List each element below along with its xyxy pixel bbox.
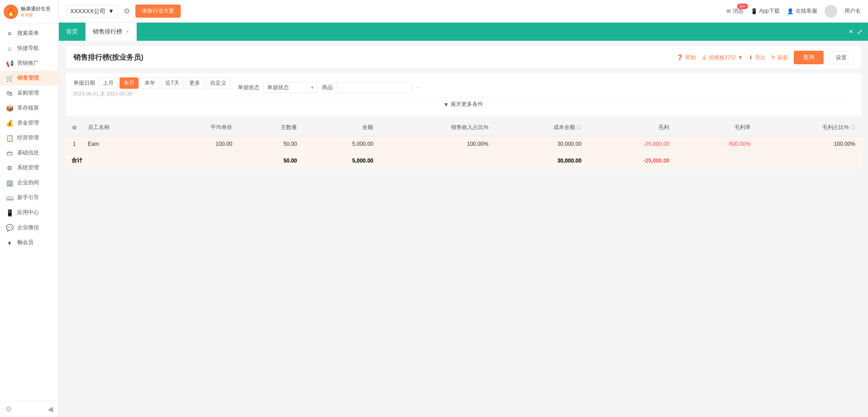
status-select[interactable]: 单据状态 [263, 82, 317, 93]
message-button[interactable]: ✉ 消息 99+ [726, 7, 743, 15]
tab-actions: × ⤢ [849, 28, 868, 36]
goods-filter-label: 商品 [322, 84, 333, 91]
date-btn-more[interactable]: 更多 [185, 77, 204, 89]
col-gross-header: 毛利 [587, 119, 675, 136]
sidebar-item-label: 畅会员 [17, 239, 34, 246]
tab-close-window-icon[interactable]: × [849, 28, 853, 36]
header-settings-icon[interactable]: ⚙ [124, 7, 130, 15]
wechat-icon: 💬 [5, 224, 14, 231]
download-icon: 📱 [751, 8, 758, 14]
operations-icon: 📋 [5, 134, 14, 142]
sidebar-item-guide[interactable]: 📖 新手引导 [0, 190, 58, 205]
tab-bar: 首页 销售排行榜 × × ⤢ [59, 23, 868, 41]
footer-gross-pct [756, 152, 861, 169]
date-btn-custom[interactable]: 自定义 [206, 77, 230, 89]
cost-cell: 30,000.00 [494, 136, 587, 152]
sidebar-item-system[interactable]: ⚙ 系统管理 [0, 160, 58, 175]
sidebar-item-marketing[interactable]: 📢 营销推广 [0, 56, 58, 71]
online-service-button[interactable]: 👤 在线客服 [787, 7, 817, 15]
col-settings[interactable]: ⚙ [66, 119, 82, 136]
sidebar-item-finance[interactable]: 💰 资金管理 [0, 115, 58, 130]
tab-maximize-icon[interactable]: ⤢ [857, 28, 863, 36]
tab-label: 销售排行榜 [93, 28, 122, 36]
table-header-row: ⚙ 员工名称 平均单价 主数量 全额 销售收入占比% 成本全额 ⓘ 毛利 毛利率… [66, 119, 861, 136]
date-btn-this-year[interactable]: 本年 [140, 77, 159, 89]
sidebar-item-label: 经营管理 [17, 134, 39, 142]
sidebar-item-label: 新手引导 [17, 194, 39, 201]
gross-pct-info-icon[interactable]: ⓘ [850, 125, 855, 130]
sidebar-bottom: ⚙ ◀ [0, 401, 58, 417]
home-icon: ⌂ [5, 45, 14, 52]
tab-home[interactable]: 首页 [59, 23, 86, 41]
message-badge: 99+ [737, 4, 748, 9]
export-button[interactable]: ⬇ 导出 [748, 54, 766, 62]
footer-gross: -25,000.00 [587, 152, 675, 169]
sidebar-item-operations[interactable]: 📋 经营管理 [0, 130, 58, 145]
system-icon: ⚙ [5, 164, 14, 172]
top-header: XXXXXX公司 ▼ ⚙ 体验行业方案 ✉ 消息 99+ 📱 App下载 👤 在… [59, 0, 868, 23]
app-download-button[interactable]: 📱 App下载 [751, 7, 780, 15]
sidebar-item-wechat[interactable]: 💬 企业微信 [0, 220, 58, 235]
apps-icon: 📱 [5, 209, 14, 216]
rank-cell: 1 [66, 136, 82, 152]
col-avg-price-header: 平均单价 [160, 119, 238, 136]
expand-conditions-button[interactable]: ▼ 展开更多条件 [444, 101, 484, 108]
enterprise-icon: 🏢 [5, 179, 14, 187]
date-btn-last-month[interactable]: 上月 [99, 77, 118, 89]
marketing-icon: 📢 [5, 60, 14, 67]
tab-sales-ranking[interactable]: 销售排行榜 × [86, 23, 137, 41]
sidebar-item-basic[interactable]: 🗃 基础信息 [0, 145, 58, 160]
sidebar-settings-icon[interactable]: ⚙ [5, 405, 12, 413]
online-service-label: 在线客服 [796, 7, 817, 15]
tab-close-icon[interactable]: × [126, 29, 129, 35]
date-filter-group: 单据日期 上月 本月 本年 近7天 更多 自定义 2023-06-01 至 20… [73, 77, 230, 97]
sidebar-item-apps[interactable]: 📱 应用中心 [0, 205, 58, 220]
sidebar-nav: ≡ 搜索菜单 ⌂ 快捷导航 📢 营销推广 🛒 销售管理 🛍 采购管理 📦 库存核… [0, 24, 58, 401]
page-actions: ❓ 帮助 🖨 按模板打印 ▼ ⬇ 导出 ↻ 刷新 查询 设置 [676, 51, 854, 64]
footer-gross-rate [675, 152, 756, 169]
sidebar-item-purchase[interactable]: 🛍 采购管理 [0, 86, 58, 101]
guide-icon: 📖 [5, 194, 14, 201]
status-filter-group: 单据状态 单据状态 ▼ [238, 82, 315, 93]
company-selector[interactable]: XXXXXX公司 ▼ [66, 5, 118, 18]
page-title-bar: 销售排行榜(按业务员) ❓ 帮助 🖨 按模板打印 ▼ ⬇ 导出 ↻ 刷新 [66, 46, 861, 69]
sidebar-item-sales[interactable]: 🛒 销售管理 [0, 71, 58, 86]
trial-button[interactable]: 体验行业方案 [135, 5, 181, 18]
sidebar-logo: 🔥 畅康通好生意 标准版 [0, 0, 58, 24]
setting-button[interactable]: 设置 [829, 51, 854, 64]
sidebar-item-search-order[interactable]: ≡ 搜索菜单 [0, 26, 58, 41]
sidebar-item-label: 企业微信 [17, 224, 39, 231]
footer-sales-pct [379, 152, 494, 169]
footer-row: 合计 50.00 5,000.00 30,000.00 -25,000.00 [66, 152, 861, 169]
tab-home-label: 首页 [66, 28, 78, 36]
date-btn-7days[interactable]: 近7天 [161, 77, 183, 89]
gross-rate-cell: -500.00% [675, 136, 756, 152]
page-title: 销售排行榜(按业务员) [73, 53, 144, 62]
print-button[interactable]: 🖨 按模板打印 ▼ [701, 54, 743, 62]
query-button[interactable]: 查询 [794, 51, 824, 64]
expand-row: ▼ 展开更多条件 [73, 97, 854, 111]
sidebar-item-label: 系统管理 [17, 164, 39, 172]
sidebar-item-inventory[interactable]: 📦 库存核算 [0, 101, 58, 115]
sidebar-item-enterprise[interactable]: 🏢 企业协同 [0, 175, 58, 190]
sidebar-item-label: 资金管理 [17, 119, 39, 127]
status-filter-label: 单据状态 [238, 84, 259, 91]
inventory-icon: 📦 [5, 105, 14, 112]
table-footer: 合计 50.00 5,000.00 30,000.00 -25,000.00 [66, 152, 861, 169]
more-options-icon[interactable]: ··· [416, 84, 421, 91]
date-buttons: 上月 本月 本年 近7天 更多 自定义 [99, 77, 230, 89]
footer-label: 合计 [66, 152, 238, 169]
service-icon: 👤 [787, 8, 794, 14]
avatar[interactable] [825, 5, 837, 18]
date-btn-this-month[interactable]: 本月 [120, 77, 139, 89]
date-filter-label: 单据日期 [73, 79, 95, 87]
sidebar-item-label: 库存核算 [17, 104, 39, 112]
sidebar-collapse-icon[interactable]: ◀ [48, 405, 53, 413]
goods-input[interactable] [336, 82, 412, 93]
sidebar-item-member[interactable]: ♦ 畅会员 [0, 235, 58, 250]
main-qty-cell: 50.00 [238, 136, 302, 152]
sidebar-item-quick-nav[interactable]: ⌂ 快捷导航 [0, 41, 58, 56]
cost-info-icon[interactable]: ⓘ [576, 125, 581, 130]
refresh-button[interactable]: ↻ 刷新 [771, 54, 788, 62]
help-link[interactable]: ❓ 帮助 [676, 54, 696, 62]
